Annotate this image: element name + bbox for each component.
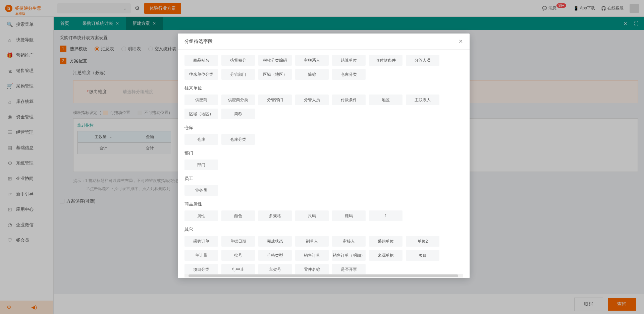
field-chip[interactable]: 主联系人 [406, 95, 439, 105]
field-chip[interactable]: 尺码 [295, 210, 329, 221]
modal-body[interactable]: 商品别名拣货积分税收分类编码主联系人结算单位收付款条件分管人员往来单位分类分管部… [178, 50, 470, 274]
field-chip[interactable]: 属性 [184, 210, 218, 221]
field-chip[interactable]: 审核人 [332, 236, 366, 247]
group-title: 员工 [184, 176, 463, 182]
field-group-4: 员工业务员 [184, 176, 463, 196]
field-chip[interactable]: 结算单位 [332, 55, 366, 66]
field-select-modal: 分组待选字段 ✕ 商品别名拣货积分税收分类编码主联系人结算单位收付款条件分管人员… [178, 34, 470, 278]
group-title: 往来单位 [184, 85, 463, 91]
field-chip[interactable]: 主联系人 [295, 55, 329, 66]
field-group-0: 商品别名拣货积分税收分类编码主联系人结算单位收付款条件分管人员往来单位分类分管部… [184, 55, 463, 80]
chips-row: 部门 [184, 160, 463, 170]
field-chip[interactable]: 简称 [295, 69, 329, 80]
field-chip[interactable]: 收付款条件 [369, 55, 402, 66]
field-chip[interactable]: 区域（地区） [258, 69, 292, 80]
field-chip[interactable]: 税收分类编码 [258, 55, 292, 66]
field-chip[interactable]: 来源单据 [369, 250, 402, 261]
horizontal-scrollbar[interactable] [184, 274, 463, 277]
close-icon[interactable]: ✕ [459, 38, 463, 45]
field-chip[interactable]: 批号 [221, 250, 255, 261]
field-chip[interactable]: 单据日期 [221, 236, 255, 247]
field-chip[interactable]: 商品别名 [184, 55, 218, 66]
chips-row: 供应商供应商分类分管部门分管人员付款条件地区主联系人区域（地区）简称 [184, 95, 463, 119]
field-chip[interactable]: 采购单位 [369, 236, 402, 247]
field-chip[interactable]: 往来单位分类 [184, 69, 218, 80]
chips-row: 采购订单单据日期完成状态制单人审核人采购单位单位2主计量批号价格类型销售订单销售… [184, 236, 463, 274]
field-chip[interactable]: 分管人员 [406, 55, 439, 66]
group-title: 仓库 [184, 125, 463, 131]
field-chip[interactable]: 区域（地区） [184, 109, 218, 119]
chips-row: 属性颜色多规格尺码鞋码1 [184, 210, 463, 221]
field-group-2: 仓库仓库仓库分类 [184, 125, 463, 145]
field-chip[interactable]: 地区 [369, 95, 402, 105]
field-chip[interactable]: 分管部门 [221, 69, 255, 80]
field-chip[interactable]: 行中止 [221, 264, 255, 274]
chips-row: 商品别名拣货积分税收分类编码主联系人结算单位收付款条件分管人员往来单位分类分管部… [184, 55, 463, 80]
field-chip[interactable]: 业务员 [184, 185, 218, 196]
field-chip[interactable]: 销售订单 [295, 250, 329, 261]
field-chip[interactable]: 单位2 [406, 236, 439, 247]
field-chip[interactable]: 部门 [184, 160, 218, 170]
field-chip[interactable]: 多规格 [258, 210, 292, 221]
chips-row: 业务员 [184, 185, 463, 196]
field-chip[interactable]: 销售订单（明细） [332, 250, 366, 261]
field-chip[interactable]: 付款条件 [332, 95, 366, 105]
field-chip[interactable]: 是否开票 [332, 264, 366, 274]
field-chip[interactable]: 采购订单 [184, 236, 218, 247]
group-title: 其它 [184, 227, 463, 233]
field-chip[interactable]: 价格类型 [258, 250, 292, 261]
field-group-1: 往来单位供应商供应商分类分管部门分管人员付款条件地区主联系人区域（地区）简称 [184, 85, 463, 119]
field-chip[interactable]: 制单人 [295, 236, 329, 247]
field-group-3: 部门部门 [184, 150, 463, 170]
group-title: 商品属性 [184, 201, 463, 207]
modal-title: 分组待选字段 [184, 39, 213, 45]
field-chip[interactable]: 1 [369, 210, 402, 221]
field-chip[interactable]: 仓库分类 [221, 134, 255, 145]
field-chip[interactable]: 仓库分类 [332, 69, 366, 80]
field-chip[interactable]: 仓库 [184, 134, 218, 145]
field-chip[interactable]: 鞋码 [332, 210, 366, 221]
field-group-6: 其它采购订单单据日期完成状态制单人审核人采购单位单位2主计量批号价格类型销售订单… [184, 227, 463, 274]
field-chip[interactable]: 颜色 [221, 210, 255, 221]
field-chip[interactable]: 分管人员 [295, 95, 329, 105]
chips-row: 仓库仓库分类 [184, 134, 463, 145]
field-chip[interactable]: 拣货积分 [221, 55, 255, 66]
field-group-5: 商品属性属性颜色多规格尺码鞋码1 [184, 201, 463, 221]
field-chip[interactable]: 主计量 [184, 250, 218, 261]
modal-header: 分组待选字段 ✕ [178, 34, 470, 50]
field-chip[interactable]: 零件名称 [295, 264, 329, 274]
field-chip[interactable]: 简称 [221, 109, 255, 119]
field-chip[interactable]: 供应商 [184, 95, 218, 105]
field-chip[interactable]: 车架号 [258, 264, 292, 274]
field-chip[interactable]: 分管部门 [258, 95, 292, 105]
group-title: 部门 [184, 150, 463, 156]
field-chip[interactable]: 项目分类 [184, 264, 218, 274]
field-chip[interactable]: 完成状态 [258, 236, 292, 247]
field-chip[interactable]: 项目 [406, 250, 439, 261]
field-chip[interactable]: 供应商分类 [221, 95, 255, 105]
scrollbar-thumb[interactable] [189, 274, 458, 277]
